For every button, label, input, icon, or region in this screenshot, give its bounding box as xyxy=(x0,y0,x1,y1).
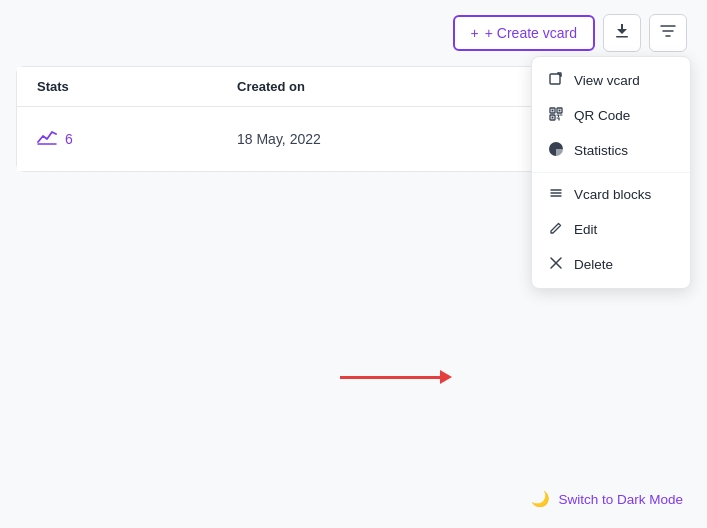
arrow-line xyxy=(340,376,440,379)
vcard-blocks-icon xyxy=(548,186,564,203)
delete-icon xyxy=(548,256,564,273)
col-stats-header: Stats xyxy=(37,79,237,94)
qr-code-label: QR Code xyxy=(574,108,630,123)
filter-button[interactable] xyxy=(649,14,687,52)
filter-icon xyxy=(660,23,676,43)
create-vcard-button[interactable]: + + Create vcard xyxy=(453,15,595,51)
download-icon xyxy=(614,23,630,43)
create-vcard-label: + Create vcard xyxy=(485,25,577,41)
cell-stats: 6 xyxy=(37,128,237,151)
svg-rect-6 xyxy=(559,110,561,112)
statistics-icon xyxy=(548,142,564,159)
dropdown-item-vcard-blocks[interactable]: Vcard blocks xyxy=(532,177,690,212)
dropdown-menu: View vcard QR Code xyxy=(531,56,691,289)
view-vcard-icon xyxy=(548,72,564,89)
footer-dark-mode[interactable]: 🌙 Switch to Dark Mode xyxy=(531,490,683,508)
dropdown-item-edit[interactable]: Edit xyxy=(532,212,690,247)
dark-mode-label: Switch to Dark Mode xyxy=(558,492,683,507)
svg-rect-1 xyxy=(550,74,560,84)
statistics-label: Statistics xyxy=(574,143,628,158)
edit-arrow xyxy=(340,370,452,384)
qr-code-icon xyxy=(548,107,564,124)
edit-icon xyxy=(548,221,564,238)
svg-rect-0 xyxy=(616,36,628,38)
plus-icon: + xyxy=(471,25,479,41)
edit-label: Edit xyxy=(574,222,597,237)
dropdown-item-delete[interactable]: Delete xyxy=(532,247,690,282)
dropdown-item-qr-code[interactable]: QR Code xyxy=(532,98,690,133)
download-button[interactable] xyxy=(603,14,641,52)
chart-icon xyxy=(37,128,57,151)
stats-value: 6 xyxy=(65,131,73,147)
dropdown-item-view-vcard[interactable]: View vcard xyxy=(532,63,690,98)
main-container: + + Create vcard Stats Created on xyxy=(0,0,707,528)
dropdown-item-statistics[interactable]: Statistics xyxy=(532,133,690,168)
svg-rect-7 xyxy=(552,117,554,119)
delete-label: Delete xyxy=(574,257,613,272)
vcard-blocks-label: Vcard blocks xyxy=(574,187,651,202)
svg-rect-5 xyxy=(552,110,554,112)
moon-icon: 🌙 xyxy=(531,490,550,508)
dropdown-divider xyxy=(532,172,690,173)
arrow-head xyxy=(440,370,452,384)
view-vcard-label: View vcard xyxy=(574,73,640,88)
